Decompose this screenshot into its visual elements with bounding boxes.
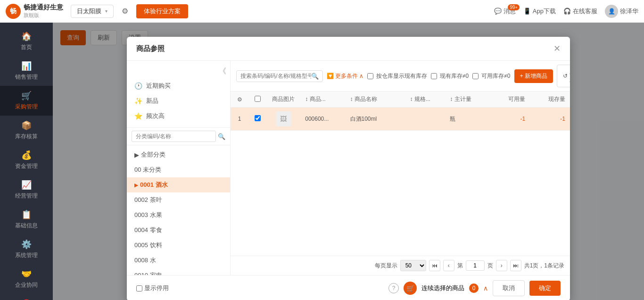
- row-img: 🖼: [266, 108, 300, 131]
- app-download-nav-item[interactable]: 📱 App下载: [523, 7, 556, 16]
- help-icon[interactable]: ?: [388, 283, 399, 293]
- sidebar: 🏠 首页 📊 销售管理 🛒 采购管理 📦 库存核算 💰 资金管理 📈 经营管理 …: [0, 23, 53, 300]
- add-product-btn[interactable]: + 新增商品: [514, 69, 553, 83]
- cart-icon[interactable]: 🛒: [404, 282, 417, 295]
- quick-filter-recent[interactable]: 🕐 近期购买: [127, 78, 230, 93]
- usable-neq0-checkbox[interactable]: [472, 73, 479, 79]
- row-available: -1: [480, 108, 530, 131]
- expand-arrow-0001: ▶: [134, 183, 138, 188]
- sidebar-item-label: 经营管理: [15, 192, 38, 200]
- cart-collapse-icon[interactable]: ∧: [483, 284, 488, 292]
- cat-item-0001[interactable]: ▶ 0001 酒水: [127, 177, 230, 192]
- col-name-header[interactable]: ↕ 商品名称: [346, 92, 405, 108]
- col-spec-header[interactable]: ↕ 规格...: [405, 92, 446, 108]
- next-page-btn[interactable]: ›: [496, 260, 507, 271]
- system-icon: ⚙️: [21, 239, 32, 250]
- cancel-btn[interactable]: 取消: [493, 280, 525, 296]
- pagination-bar: 每页显示 50 10 20 100 ⏮ ‹ 第 页: [231, 256, 570, 275]
- finance-icon: 💰: [21, 150, 32, 160]
- cat-item-0010[interactable]: 0010 家电: [127, 268, 230, 275]
- cat-label-0003: 0003 水果: [134, 211, 162, 219]
- user-nav-item[interactable]: 👤 徐泽华: [605, 5, 638, 18]
- sidebar-item-home[interactable]: 🏠 首页: [0, 26, 53, 56]
- col-unit-header[interactable]: ↕ 主计量: [445, 92, 480, 108]
- message-nav-item[interactable]: 💬 消息 99+: [494, 7, 516, 16]
- nav-right: 💬 消息 99+ 📱 App下载 🎧 在线客服 👤 徐泽华: [494, 5, 638, 18]
- col-available-header: 可用量: [480, 92, 530, 108]
- cat-item-0002[interactable]: 0002 茶叶: [127, 192, 230, 208]
- sidebar-item-purchase[interactable]: 🛒 采购管理: [0, 86, 53, 116]
- col-settings[interactable]: ⚙: [231, 92, 248, 108]
- cat-label-all: 全部分类: [141, 150, 165, 159]
- sidebar-item-system[interactable]: ⚙️ 系统管理: [0, 234, 53, 264]
- display-disabled-checkbox[interactable]: [136, 285, 142, 292]
- cat-item-00[interactable]: 00 未分类: [127, 162, 230, 177]
- cart-label: 连续选择的商品: [421, 284, 464, 292]
- search-icon[interactable]: 🔍: [311, 73, 319, 80]
- cat-label-0002: 0002 茶叶: [134, 196, 162, 204]
- product-table-wrapper: ⚙ 商品图片 ↕ 商品...: [231, 92, 570, 256]
- cat-item-0003[interactable]: 0003 水果: [127, 208, 230, 223]
- message-icon: 💬: [494, 8, 502, 15]
- cat-item-0005[interactable]: 0005 饮料: [127, 238, 230, 253]
- modal-toolbar: 🔍 🔽 更多条件 ∧ 按仓库显示现有库存: [231, 61, 570, 92]
- service-nav-item[interactable]: 🎧 在线客服: [563, 7, 597, 16]
- first-page-btn[interactable]: ⏮: [429, 260, 440, 271]
- operation-icon: 📈: [21, 180, 32, 190]
- cat-item-0004[interactable]: 0004 零食: [127, 223, 230, 238]
- available-neq0-checkbox-group: 现有库存≠0: [431, 72, 469, 80]
- row-checkbox[interactable]: [255, 115, 261, 121]
- sales-icon: 📊: [21, 61, 32, 71]
- settings-icon[interactable]: ⚙: [117, 4, 132, 19]
- modal-title: 商品参照: [136, 44, 165, 53]
- confirm-btn[interactable]: 确定: [529, 281, 561, 296]
- warehouse-display-label: 按仓库显示现有库存: [376, 72, 427, 80]
- cat-item-0008[interactable]: 0008 水: [127, 253, 230, 268]
- quick-filter-new[interactable]: ✨ 新品: [127, 93, 230, 108]
- quick-filter-frequent[interactable]: ⭐ 频次高: [127, 108, 230, 124]
- refresh-btn[interactable]: ↺ 刷新: [557, 65, 570, 87]
- cat-item-all[interactable]: ▶ 全部分类: [127, 147, 230, 162]
- message-badge: 99+: [508, 4, 519, 10]
- sidebar-item-sales[interactable]: 📊 销售管理: [0, 56, 53, 86]
- row-check[interactable]: [248, 108, 266, 131]
- experience-btn[interactable]: 体验行业方案: [136, 4, 188, 18]
- table-row[interactable]: 1 🖼 000600... 白酒100ml: [231, 108, 570, 131]
- row-spec: [405, 108, 446, 131]
- filter-btn-label: 更多条件: [335, 72, 358, 80]
- refresh-icon: ↺: [563, 73, 568, 79]
- sidebar-item-enterprise[interactable]: 🤝 企业协同: [0, 264, 53, 294]
- footer-right: ? 🛒 连续选择的商品 0 ∧ 取消 确定: [388, 280, 561, 296]
- close-icon[interactable]: ✕: [553, 43, 561, 54]
- modal-body: 《 🕐 近期购买 ✨ 新品 ⭐: [127, 61, 570, 275]
- page-size-select[interactable]: 50 10 20 100: [400, 260, 426, 271]
- last-page-btn[interactable]: ⏭: [510, 260, 521, 271]
- sidebar-item-inventory[interactable]: 📦 库存核算: [0, 116, 53, 145]
- cat-search-icon[interactable]: 🔍: [218, 133, 225, 140]
- footer-left: 显示停用: [136, 284, 169, 292]
- content-area: 查询 刷新 设置 商品参照 ✕: [53, 23, 644, 300]
- modal-overlay: 商品参照 ✕ 《 🕐 近期购买: [53, 23, 644, 300]
- prev-page-btn[interactable]: ‹: [443, 260, 454, 271]
- logo-area: 畅 畅捷通好生意 旗舰版: [6, 3, 63, 19]
- product-search-input[interactable]: [240, 73, 311, 79]
- chevron-down-icon: ▾: [105, 8, 107, 14]
- collapse-left-btn[interactable]: 《: [215, 65, 230, 78]
- check-all-checkbox[interactable]: [255, 96, 261, 102]
- modal-right-panel: 🔍 🔽 更多条件 ∧ 按仓库显示现有库存: [231, 61, 570, 275]
- sidebar-item-newbie[interactable]: 🎯 新手引导: [0, 294, 53, 300]
- col-code-header[interactable]: ↕ 商品...: [300, 92, 345, 108]
- page-number-input[interactable]: [466, 260, 485, 271]
- sidebar-item-operation[interactable]: 📈 经营管理: [0, 175, 53, 205]
- sidebar-item-label: 首页: [21, 43, 32, 51]
- warehouse-display-checkbox-group: 按仓库显示现有库存: [367, 72, 427, 80]
- sidebar-item-basic[interactable]: 📋 基础信息: [0, 205, 53, 234]
- new-icon: ✨: [134, 97, 142, 105]
- available-neq0-checkbox[interactable]: [431, 73, 437, 79]
- cat-search-input[interactable]: [132, 131, 216, 142]
- warehouse-display-checkbox[interactable]: [367, 73, 373, 79]
- more-filter-btn[interactable]: 🔽 更多条件 ∧: [327, 72, 363, 80]
- sidebar-item-finance[interactable]: 💰 资金管理: [0, 145, 53, 175]
- nav-branch-dropdown[interactable]: 日太阳膜 ▾: [71, 5, 114, 18]
- enterprise-icon: 🤝: [21, 269, 32, 279]
